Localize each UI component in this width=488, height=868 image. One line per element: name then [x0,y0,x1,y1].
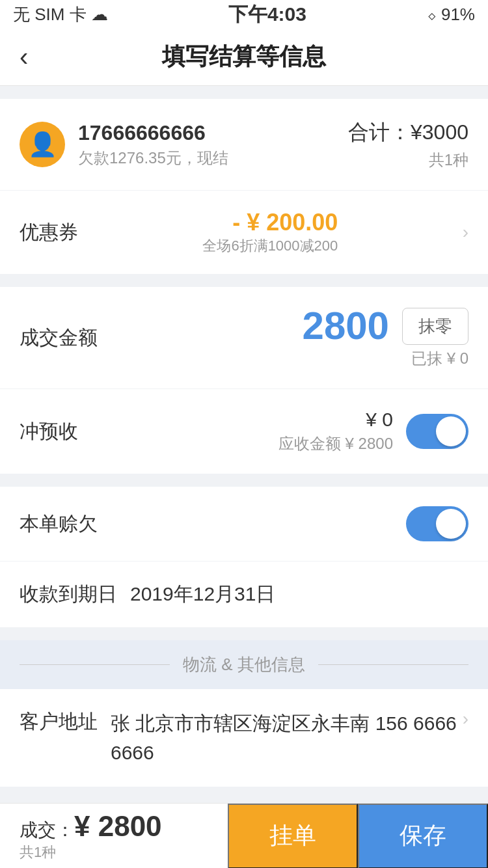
sim-status: 无 SIM 卡 ☁ [13,3,108,26]
debt-row: 本单赊欠 [0,487,488,561]
due-date-value: 2019年12月31日 [130,581,275,608]
user-info: 17666666666 欠款1276.35元，现结 [78,121,228,169]
deal-amount-number: 2800 [303,306,389,346]
prepay-label: 冲预收 [20,418,78,445]
prepay-toggle[interactable] [406,414,468,449]
prepay-right: ¥ 0 应收金额 ¥ 2800 [278,409,393,454]
logistics-line-right [318,664,468,665]
debt-section: 本单赊欠 [0,487,488,561]
divider-3 [0,627,488,640]
coupon-row[interactable]: 优惠券 - ¥ 200.00 全场6折满1000减200 › [0,191,488,274]
chevron-right-icon: › [463,222,468,243]
deal-amount-sub: 已抹 ¥ 0 [411,348,468,369]
bottom-info: 成交：¥ 2800 共1种 [0,810,228,862]
hold-button[interactable]: 挂单 [228,804,358,869]
address-row[interactable]: 客户地址 张 北京市市辖区海淀区永丰南 156 6666 6666 › [0,689,488,787]
save-button[interactable]: 保存 [358,804,488,869]
bottom-total-label: 成交： [20,820,74,840]
total-amount: 合计：¥3000 [348,118,468,147]
address-label: 客户地址 [20,709,98,735]
coupon-label: 优惠券 [20,219,78,246]
user-debt: 欠款1276.35元，现结 [78,148,228,169]
user-card-left: 👤 17666666666 欠款1276.35元，现结 [20,121,228,169]
deal-amount-label: 成交金额 [20,325,98,351]
debt-label: 本单赊欠 [20,511,98,537]
form-section: 成交金额 2800 抹零 已抹 ¥ 0 冲预收 ¥ 0 应收金额 ¥ 2800 [0,287,488,474]
bottom-bar: 成交：¥ 2800 共1种 挂单 保存 [0,803,488,868]
prepay-amount: ¥ 0 [278,409,393,431]
coupon-right: - ¥ 200.00 全场6折满1000减200 [202,209,338,256]
page-title: 填写结算等信息 [162,41,326,73]
prepay-sub: 应收金额 ¥ 2800 [278,433,393,454]
round-button[interactable]: 抹零 [402,308,468,345]
logistics-title: 物流 & 其他信息 [183,653,305,676]
total-count: 共1种 [348,150,468,170]
logistics-header: 物流 & 其他信息 [0,640,488,689]
bottom-total-count: 共1种 [20,843,208,862]
due-date-label: 收款到期日 [20,581,117,608]
back-button[interactable]: ‹ [20,42,28,72]
prepay-row: 冲预收 ¥ 0 应收金额 ¥ 2800 [0,389,488,474]
total-value: ¥3000 [411,120,468,144]
status-bar: 无 SIM 卡 ☁ 下午4:03 ⬦ 91% [0,0,488,29]
address-chevron-icon: › [463,709,468,729]
address-text: 张 北京市市辖区海淀区永丰南 156 6666 6666 [111,709,463,767]
status-right: ⬦ 91% [427,5,475,25]
avatar: 👤 [20,122,65,167]
status-time: 下午4:03 [228,1,306,28]
logistics-line-left [20,664,170,665]
status-left: 无 SIM 卡 ☁ [13,3,108,26]
coupon-desc: 全场6折满1000减200 [202,236,338,256]
nav-bar: ‹ 填写结算等信息 [0,29,488,86]
user-card-right: 合计：¥3000 共1种 [348,118,468,170]
deal-amount-row: 成交金额 2800 抹零 已抹 ¥ 0 [0,287,488,389]
debt-toggle[interactable] [406,506,468,541]
battery-percent: 91% [441,5,475,25]
divider-1 [0,274,488,287]
deal-amount-area: 2800 抹零 [303,306,468,346]
battery-icon: ⬦ [427,5,437,25]
divider-2 [0,474,488,487]
coupon-amount: - ¥ 200.00 [202,209,338,236]
total-label: 合计： [348,120,411,144]
user-phone: 17666666666 [78,121,228,145]
user-card: 👤 17666666666 欠款1276.35元，现结 合计：¥3000 共1种 [0,99,488,190]
bottom-total-amount: ¥ 2800 [74,810,162,842]
due-date-row: 收款到期日 2019年12月31日 [0,562,488,627]
bottom-total-line: 成交：¥ 2800 [20,810,208,843]
